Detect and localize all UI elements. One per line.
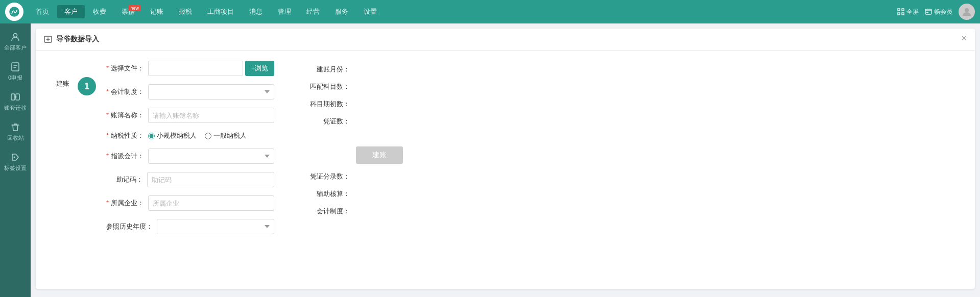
app-logo[interactable] [5,3,23,21]
svg-point-7 [965,8,969,12]
sidebar-item-declaration[interactable]: 0申报 [1,58,30,86]
form-left: 建账 1 选择文件： +浏览 会计制度： [56,61,274,234]
subject-initial-label: 科目期初数： [305,100,350,109]
nav-message[interactable]: 消息 [242,5,270,18]
new-badge: new [128,5,141,11]
setup-month-label: 建账月份： [305,65,350,74]
voucher-count-label: 凭证数： [305,117,350,126]
panel-title: 导爷数据导入 [56,35,99,44]
svg-point-8 [14,34,17,37]
svg-rect-5 [925,9,931,14]
jianzhanag-label: 建账 [56,79,69,88]
file-input[interactable] [148,61,243,76]
nav-settings[interactable]: 设置 [356,5,384,18]
affiliated-company-label: 所属企业： [106,199,144,208]
panel-close-button[interactable]: × [961,34,967,43]
svg-rect-4 [902,13,904,15]
form-fields: 选择文件： +浏览 会计制度： [106,61,274,234]
memo-code-label: 助记码： [106,175,143,184]
setup-month-row: 建账月份： [305,65,954,74]
panel-header: 导爷数据导入 [36,29,975,51]
subject-initial-row: 科目期初数： [305,100,954,109]
accounting-system-select[interactable] [148,84,275,100]
topnav: 首页 客户 收费 票据 new 记账 报税 工商项目 消息 管理 经营 服务 设… [0,0,980,23]
sidebar-item-tag[interactable]: 标签设置 [1,148,30,176]
svg-rect-2 [902,9,904,11]
tax-nature-row: 纳税性质： 小规模纳税人 一般纳税人 [106,131,274,140]
ledger-name-label: 账簿名称： [106,111,144,120]
nav-business[interactable]: 工商项目 [200,5,241,18]
step-badge: 1 [78,77,96,95]
right-accounting-system-label: 会计制度： [305,207,350,216]
browse-button[interactable]: +浏览 [245,61,275,76]
tax-nature-label: 纳税性质： [106,131,144,140]
nav-charge[interactable]: 收费 [86,5,113,18]
main-content: 导爷数据导入 × 建账 1 选择文件： +浏览 [31,23,980,297]
import-panel: 导爷数据导入 × 建账 1 选择文件： +浏览 [36,29,975,289]
right-accounting-system-row: 会计制度： [305,207,954,216]
nav-manage[interactable]: 管理 [271,5,298,18]
ledger-name-input[interactable] [148,108,275,123]
affiliated-company-row: 所属企业： [106,195,274,211]
nav-bookkeeping[interactable]: 记账 [143,5,171,18]
sidebar: 全部客户 0申报 账套迁移 回收站 标签设置 [0,23,31,297]
voucher-entries-row: 凭证分录数： [305,172,954,181]
svg-rect-1 [898,9,900,11]
nav-home[interactable]: 首页 [29,5,56,18]
affiliated-company-input[interactable] [148,195,275,211]
svg-rect-3 [898,13,900,15]
reference-year-select[interactable] [157,219,274,234]
import-icon [44,35,52,43]
fullscreen-button[interactable]: 全屏 [897,8,919,16]
svg-rect-10 [11,94,15,100]
create-button-wrapper: 建账 [305,138,954,164]
auxiliary-calc-label: 辅助核算： [305,189,350,199]
avatar[interactable] [959,4,975,20]
sidebar-item-trash[interactable]: 回收站 [1,118,30,146]
form-area: 建账 1 选择文件： +浏览 会计制度： [36,51,975,244]
memo-code-input[interactable] [147,172,274,187]
reference-year-row: 参照历史年度： [106,219,274,234]
tax-small-radio[interactable]: 小规模纳税人 [148,131,197,140]
create-account-button[interactable]: 建账 [356,146,403,164]
auxiliary-calc-row: 辅助核算： [305,189,954,199]
nav-operation[interactable]: 经营 [299,5,327,18]
topnav-right: 全屏 畅会员 [897,4,975,20]
select-file-row: 选择文件： +浏览 [106,61,274,76]
member-button[interactable]: 畅会员 [925,8,952,16]
assign-accountant-row: 指派会计： [106,148,274,164]
select-file-label: 选择文件： [106,64,144,73]
voucher-entries-label: 凭证分录数： [305,172,350,181]
assign-accountant-label: 指派会计： [106,152,144,161]
match-subjects-row: 匹配科目数： [305,82,954,91]
nav-service[interactable]: 服务 [328,5,355,18]
svg-rect-6 [926,12,928,13]
tax-radio-group: 小规模纳税人 一般纳税人 [148,131,247,140]
voucher-count-row: 凭证数： [305,117,954,126]
file-input-group: +浏览 [148,61,275,76]
accounting-system-label: 会计制度： [106,87,144,96]
svg-point-12 [14,157,15,158]
reference-year-label: 参照历史年度： [106,222,153,231]
svg-rect-9 [12,63,19,71]
memo-code-row: 助记码： [106,172,274,187]
form-right: 建账月份： 匹配科目数： 科目期初数： 凭证数： 建账 [274,61,954,234]
tax-general-radio[interactable]: 一般纳税人 [205,131,247,140]
accounting-system-row: 会计制度： [106,84,274,100]
sidebar-item-migrate[interactable]: 账套迁移 [1,88,30,116]
ledger-name-row: 账簿名称： [106,108,274,123]
nav-tax[interactable]: 报税 [172,5,199,18]
assign-accountant-select[interactable] [148,148,275,164]
nav-items: 首页 客户 收费 票据 new 记账 报税 工商项目 消息 管理 经营 服务 设… [29,5,897,18]
match-subjects-label: 匹配科目数： [305,82,350,91]
nav-invoice[interactable]: 票据 new [114,5,142,18]
sidebar-item-all-clients[interactable]: 全部客户 [1,28,30,56]
nav-client[interactable]: 客户 [57,5,85,18]
